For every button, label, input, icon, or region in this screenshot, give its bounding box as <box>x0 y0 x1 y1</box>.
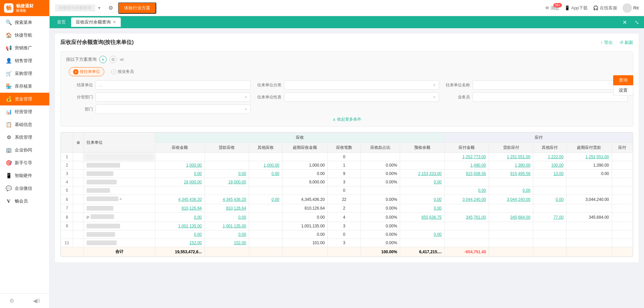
row-r-loan[interactable]: 0.00 <box>205 170 249 178</box>
row-r-amount[interactable]: 0.00 <box>155 170 205 178</box>
scheme-by-partner[interactable]: ⊙ 按往来单位 <box>69 67 104 76</box>
row-r-loan[interactable]: 18,000.00 <box>205 178 249 186</box>
sidebar-item-wechat[interactable]: 💬 企业微信 <box>0 182 49 195</box>
filter-partner-type-input[interactable]: ▼ <box>284 80 439 90</box>
query-btn[interactable]: 查询 <box>613 75 633 85</box>
row-p-other[interactable]: 1,222.00 <box>533 153 567 161</box>
topbar-promo-btn[interactable]: 体验行业方案 <box>118 2 156 14</box>
row-r-amount[interactable]: 1,000.00 <box>155 161 205 170</box>
row-r-amount[interactable]: 4,345,436.20 <box>155 195 205 204</box>
topbar-gear-btn[interactable]: ⚙ <box>106 3 115 13</box>
sidebar-item-label: 搜索菜单 <box>15 19 32 26</box>
notification-btn[interactable]: ✉ 消息 99+ <box>545 5 559 11</box>
filter-add-btn[interactable]: + <box>99 56 107 63</box>
row-p-loan <box>489 178 533 186</box>
filter-settings-btn[interactable]: ⊙ <box>109 56 117 63</box>
row-p-loan[interactable]: 0.00 <box>489 186 533 195</box>
tab-home[interactable]: 首页 <box>52 17 70 27</box>
row-p-amount[interactable]: 345,761.00 <box>444 213 489 222</box>
row-r-amount[interactable]: 152.00 <box>155 239 205 247</box>
row-r-other[interactable]: 1,000.00 <box>249 161 282 170</box>
row-r-advance[interactable]: 655,636.75 <box>400 213 444 222</box>
row-r-advance <box>400 186 444 195</box>
row-r-loan[interactable]: 4,345,436.20 <box>205 195 249 204</box>
sidebar-item-purchase[interactable]: 🛒 采购管理 <box>0 67 49 80</box>
row-p-other[interactable]: 13.00 <box>533 170 567 178</box>
row-r-other <box>249 178 282 186</box>
setting-btn[interactable]: 设置 <box>613 85 633 96</box>
row-r-advance[interactable]: 0.00 <box>400 195 444 204</box>
sidebar-item-guide[interactable]: 🎯 新手引导 <box>0 157 49 169</box>
row-p-amount[interactable]: 1,252,773.00 <box>444 153 489 161</box>
filter-collapse-btn[interactable]: ≪ <box>119 57 124 62</box>
row-p-amount[interactable]: 3,044,240.00 <box>444 195 489 204</box>
filter-partner-nature-input[interactable]: ▼ <box>284 92 439 102</box>
row-r-loan[interactable]: 0.00 <box>205 213 249 222</box>
sidebar-item-sales[interactable]: 👤 销售管理 <box>0 54 49 67</box>
export-btn[interactable]: ↑ 导出 <box>601 40 613 46</box>
sidebar-item-enterprise[interactable]: 🏢 企业协同 <box>0 144 49 157</box>
sidebar-item-operation[interactable]: 📊 经营管理 <box>0 105 49 118</box>
topbar-dropdown-arrow[interactable]: ▼ <box>97 6 101 10</box>
footer-p-other <box>533 247 567 257</box>
row-r-other[interactable]: 0.00 <box>249 170 282 178</box>
row-p-amount <box>444 204 489 213</box>
app-download-btn[interactable]: 📱 App下载 <box>565 5 588 11</box>
tabbar-expand-btn[interactable]: ⤡ <box>632 17 641 27</box>
logo-icon: 畅 <box>4 3 13 13</box>
row-p-other[interactable]: 77.00 <box>533 213 567 222</box>
sidebar-item-vip[interactable]: V 畅会员 <box>0 195 49 208</box>
row-p-amount[interactable]: 0.00 <box>444 186 489 195</box>
row-p-amount[interactable]: 915,508.56 <box>444 170 489 178</box>
sidebar-item-inventory[interactable]: 🏪 库存核算 <box>0 80 49 93</box>
row-r-advance[interactable]: 0.00 <box>400 178 444 186</box>
filter-partner-name-input[interactable] <box>473 80 628 90</box>
user-avatar[interactable]: Rit <box>623 3 639 13</box>
service-btn[interactable]: 🎧 在线客服 <box>593 5 617 11</box>
row-r-count: 22 <box>328 195 361 204</box>
row-p-loan[interactable]: 345,684.00 <box>489 213 533 222</box>
row-r-amount[interactable]: 0.00 <box>155 213 205 222</box>
sidebar-item-quicknav[interactable]: 🏠 快捷导航 <box>0 29 49 42</box>
row-p-amount[interactable]: 1,490.00 <box>444 161 489 170</box>
filter-dept-input[interactable]: ▼ <box>96 92 251 102</box>
row-p-loan[interactable]: 3,044,240.00 <box>489 195 533 204</box>
filter-salesman-input[interactable]: … <box>473 92 628 102</box>
sidebar-item-hardware[interactable]: 📱 智能硬件 <box>0 169 49 182</box>
row-p-other[interactable]: 100.00 <box>533 161 567 170</box>
row-r-amount[interactable]: 0.00 <box>155 230 205 239</box>
row-r-advance[interactable]: 2,153,333.00 <box>400 170 444 178</box>
filter-jiesuan-input[interactable]: … <box>96 80 251 90</box>
row-r-other[interactable]: 0.00 <box>249 195 282 204</box>
row-p-loan[interactable]: 1,251,551.00 <box>489 153 533 161</box>
row-r-loan[interactable]: 0.00 <box>205 230 249 239</box>
tab-receivable[interactable]: 应收应付余额查询 ✕ <box>71 17 121 27</box>
sidebar-item-finance[interactable]: 💰 资金管理 <box>0 93 49 105</box>
row-r-advance[interactable]: 0.00 <box>400 204 444 213</box>
sidebar-item-search[interactable]: 🔍 搜索菜单 <box>0 16 49 29</box>
row-r-loan[interactable]: 1,001,135.00 <box>205 222 249 230</box>
row-r-loan[interactable]: 810,126.64 <box>205 204 249 213</box>
tab-close-btn[interactable]: ✕ <box>113 20 116 25</box>
sidebar-item-basic[interactable]: 📋 基础信息 <box>0 118 49 131</box>
sidebar-item-marketing[interactable]: 📢 营销推广 <box>0 42 49 54</box>
row-r-loan[interactable]: 152.00 <box>205 239 249 247</box>
row-r-amount[interactable]: 1,001,135.00 <box>155 222 205 230</box>
inventory-icon: 🏪 <box>5 83 12 89</box>
row-r-amount[interactable]: 810,126.64 <box>155 204 205 213</box>
row-p-other[interactable]: 0.00 <box>533 195 567 204</box>
filter-subdept-input[interactable]: ▼ <box>96 104 251 114</box>
col-settings[interactable]: ⚙ <box>73 133 84 153</box>
tabbar-close-btn[interactable]: ✕ <box>620 17 629 27</box>
sidebar-collapse-btn[interactable]: ◀II <box>30 296 43 305</box>
collapse-more-btn[interactable]: ∧ 收起更多条件 <box>333 117 361 122</box>
scheme-by-staff[interactable]: ○ 按业务员 <box>107 68 138 76</box>
sidebar-settings-btn[interactable]: ⚙ <box>7 296 17 305</box>
sidebar-item-system[interactable]: ⚙ 系统管理 <box>0 131 49 144</box>
row-p-loan[interactable]: 915,495.56 <box>489 170 533 178</box>
row-p-overdue[interactable]: 1,251,551.00 <box>567 153 612 161</box>
row-r-advance[interactable]: 0.00 <box>400 230 444 239</box>
row-r-amount[interactable]: 18,000.00 <box>155 178 205 186</box>
row-p-loan[interactable]: 1,390.00 <box>489 161 533 170</box>
refresh-btn[interactable]: ↺ 刷新 <box>620 40 633 46</box>
